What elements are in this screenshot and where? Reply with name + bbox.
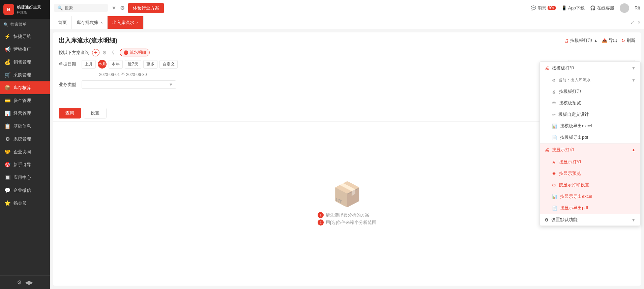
current-caret: ▼ <box>632 78 636 83</box>
tab-flow-close[interactable]: × <box>136 21 138 25</box>
settings-default-label: ⚙ 设置默认功能 <box>545 217 578 223</box>
sidebar-item-cooperation[interactable]: 🤝 企业协同 <box>0 146 50 158</box>
topbar-search-box[interactable]: 🔍 <box>54 4 108 12</box>
empty-tip-2: 2 用[选]条件来缩小分析范围 <box>318 219 376 226</box>
dropdown-display-export-excel[interactable]: 📊 按显示导出excel <box>540 191 640 202</box>
message-button[interactable]: 💬 消息 99+ <box>531 5 556 11</box>
app-download-button[interactable]: 📱 App下载 <box>561 5 585 11</box>
sidebar-item-label: 企业协同 <box>13 149 31 155</box>
sidebar-item-quick-nav[interactable]: ⚡ 快捷导航 <box>0 30 50 43</box>
search-icon: 🔍 <box>3 22 8 27</box>
dropdown-template-export-excel[interactable]: 📊 按模板导出excel <box>540 120 640 132</box>
date-btn-last-7-days[interactable]: 近7天 <box>125 60 141 69</box>
print-template-button[interactable]: 🖨 按模板打印 ▲ <box>564 37 598 44</box>
sidebar-item-finance[interactable]: 💳 资金管理 <box>0 94 50 107</box>
excel-icon: 📊 <box>552 124 557 129</box>
date-btn-this-month[interactable]: 本月 <box>98 60 107 69</box>
template-print-header[interactable]: 🖨 按模板打印 ▼ <box>540 62 640 75</box>
filter-label-group: 按以下方案查询 + ⚙ 《 <box>59 49 114 56</box>
sidebar-item-marketing[interactable]: 📢 营销推广 <box>0 43 50 56</box>
maximize-button[interactable]: ⤢ <box>631 19 635 26</box>
topbar: 🔍 ▼ ⚙ 体验行业方案 💬 消息 99+ 📱 App下载 🎧 在线客服 Rit <box>50 0 644 16</box>
online-service-button[interactable]: 🎧 在线客服 <box>590 5 614 11</box>
display-print-section: 🖨 按显示打印 ▲ 🖨 按显示打印 👁 按显示预览 ⚙ 按显示打印设置 <box>540 143 640 214</box>
sidebar-item-label: 销售管理 <box>13 59 31 65</box>
date-btn-custom[interactable]: 自定义 <box>159 60 178 69</box>
dropdown-settings-default[interactable]: ⚙ 设置默认功能 ▼ <box>540 214 640 226</box>
export-icon: 📤 <box>602 38 607 43</box>
tab-home[interactable]: 首页 <box>53 16 72 29</box>
topbar-dropdown-icon[interactable]: ▼ <box>111 5 117 11</box>
sidebar-item-inventory[interactable]: 📦 库存核算 <box>0 81 50 94</box>
settings-default-icon: ⚙ <box>545 217 549 222</box>
refresh-button[interactable]: ↻ 刷新 <box>621 37 635 44</box>
tip-text-1: 请先选择要分析的方案 <box>326 212 370 218</box>
collapse-sidebar-icon[interactable]: ◀▶ <box>25 279 33 286</box>
tabs-bar: 首页 库存批次账 × 出入库流水 × ⤢ × <box>50 16 644 29</box>
dropdown-display-print[interactable]: 🖨 按显示打印 <box>540 156 640 168</box>
export-label: 导出 <box>609 37 617 44</box>
filter-add-button[interactable]: + <box>92 49 99 56</box>
display-excel-icon: 📊 <box>552 194 557 199</box>
tab-flow[interactable]: 出入库流水 × <box>108 16 143 29</box>
filter-collapse-button[interactable]: 《 <box>109 49 114 56</box>
sidebar-item-basic[interactable]: 📋 基础信息 <box>0 120 50 133</box>
sidebar-item-wechat[interactable]: 💬 企业微信 <box>0 184 50 197</box>
date-field-label: 单据日期 <box>59 61 76 67</box>
close-window-button[interactable]: × <box>638 20 641 26</box>
sidebar-item-label: 库存核算 <box>13 85 31 91</box>
date-btn-more[interactable]: 更多 <box>143 60 157 69</box>
dropdown-display-print-settings[interactable]: ⚙ 按显示打印设置 <box>540 179 640 191</box>
sidebar-item-member[interactable]: ⭐ 畅会员 <box>0 197 50 210</box>
template-section-caret: ▼ <box>632 66 636 71</box>
refresh-label: 刷新 <box>626 37 635 44</box>
display-export-pdf-label: 按显示导出pdf <box>560 205 588 211</box>
sidebar-item-system[interactable]: ⚙ 系统管理 <box>0 133 50 146</box>
date-btn-this-year[interactable]: 本年 <box>109 60 123 69</box>
settings-button[interactable]: 设置 <box>84 108 107 119</box>
sidebar-item-sales[interactable]: 💰 销售管理 <box>0 56 50 69</box>
template-export-excel-label: 按模板导出excel <box>560 123 592 129</box>
tab-batch-account[interactable]: 库存批次账 × <box>72 16 108 29</box>
topbar-settings-icon[interactable]: ⚙ <box>120 5 125 11</box>
template-export-pdf-label: 按模板导出pdf <box>560 134 588 140</box>
query-button[interactable]: 查询 <box>59 108 81 119</box>
sidebar-bottom: ⚙ ◀▶ <box>0 275 50 289</box>
topbar-search-icon: 🔍 <box>57 5 63 10</box>
tabs-right-controls: ⤢ × <box>631 19 644 26</box>
dropdown-template-preview[interactable]: 👁 按模板预览 <box>540 97 640 109</box>
display-print-label: 按显示打印 <box>552 147 574 153</box>
user-avatar[interactable] <box>620 3 629 13</box>
dropdown-template-export-pdf[interactable]: 📄 按模板导出pdf <box>540 132 640 143</box>
display-settings-icon: ⚙ <box>552 183 556 188</box>
date-btn-last-month[interactable]: 上月 <box>82 60 96 69</box>
sidebar-item-business[interactable]: 📊 经营管理 <box>0 107 50 120</box>
sidebar-search[interactable]: 🔍 搜索菜单 <box>0 19 50 30</box>
dropdown-display-preview[interactable]: 👁 按显示预览 <box>540 168 640 179</box>
sidebar-item-guide[interactable]: 🎯 新手引导 <box>0 158 50 171</box>
sales-icon: 💰 <box>4 59 11 65</box>
design-icon: ✏ <box>552 112 556 117</box>
sidebar-item-purchase[interactable]: 🛒 采购管理 <box>0 69 50 81</box>
message-label: 消息 <box>537 5 546 11</box>
empty-tip-1: 1 请先选择要分析的方案 <box>318 212 376 218</box>
display-print-header[interactable]: 🖨 按显示打印 ▲ <box>540 143 640 156</box>
tab-batch-close[interactable]: × <box>100 21 103 25</box>
template-print-item-label: 按模板打印 <box>559 88 581 95</box>
dropdown-template-custom[interactable]: ✏ 模板自定义设计 <box>540 109 640 120</box>
sidebar-item-app-center[interactable]: 🔲 应用中心 <box>0 171 50 184</box>
current-template-item[interactable]: ⚙ 当前：出入库流水 ▼ <box>540 75 640 86</box>
dropdown-display-export-pdf[interactable]: 📄 按显示导出pdf <box>540 202 640 214</box>
sidebar-item-label: 畅会员 <box>13 200 27 206</box>
filter-settings-button[interactable]: ⚙ <box>102 50 107 56</box>
biz-type-select[interactable]: ▼ <box>82 80 176 89</box>
topbar-search-input[interactable] <box>65 6 98 10</box>
settings-icon[interactable]: ⚙ <box>17 279 22 286</box>
business-icon: 📊 <box>4 110 11 116</box>
export-button[interactable]: 📤 导出 <box>602 37 617 44</box>
sidebar: B 畅捷通好生意 标准版 🔍 搜索菜单 ⚡ 快捷导航 📢 营销推广 💰 销售管理… <box>0 0 50 289</box>
industry-solution-button[interactable]: 体验行业方案 <box>128 3 164 13</box>
sidebar-item-label: 采购管理 <box>13 72 31 78</box>
dropdown-template-print[interactable]: 🖨 按模板打印 <box>540 86 640 97</box>
tip-num-1: 1 <box>318 212 324 218</box>
